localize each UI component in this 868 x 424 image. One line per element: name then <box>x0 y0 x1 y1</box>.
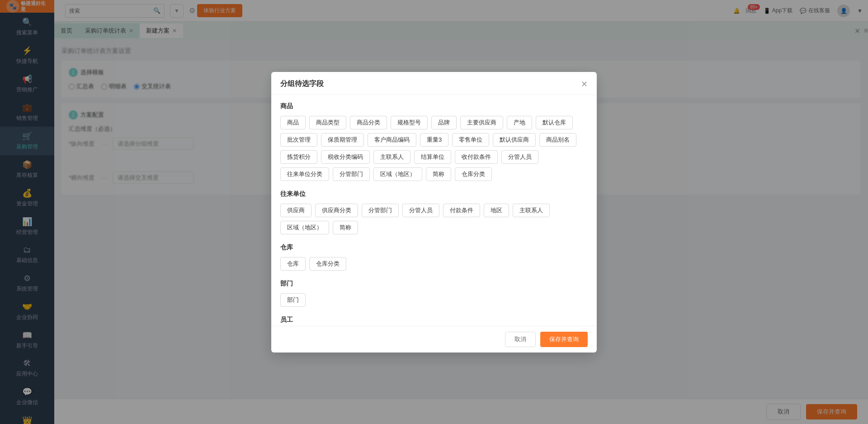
field-tag[interactable]: 区域（地区） <box>280 221 329 234</box>
dept-fields: 部门 <box>280 293 588 307</box>
field-tag[interactable]: 分管人员 <box>501 150 538 164</box>
field-tag[interactable]: 部门 <box>280 293 306 307</box>
field-tag[interactable]: 默认仓库 <box>536 116 573 129</box>
field-tag[interactable]: 供应商分类 <box>315 204 358 217</box>
field-tag[interactable]: 商品类型 <box>309 116 346 129</box>
field-tag[interactable]: 分管部门 <box>333 167 370 181</box>
section-dept-title: 部门 <box>280 280 588 288</box>
field-tag[interactable]: 分管部门 <box>362 204 399 217</box>
section-staff-title: 员工 <box>280 316 588 324</box>
warehouse-fields: 仓库仓库分类 <box>280 257 588 271</box>
field-tag[interactable]: 主联系人 <box>513 204 550 217</box>
partner-fields: 供应商供应商分类分管部门分管人员付款条件地区主联系人区域（地区）简称 <box>280 204 588 234</box>
field-tag[interactable]: 商品别名 <box>539 133 576 147</box>
section-warehouse-title: 仓库 <box>280 243 588 252</box>
dialog-confirm-btn[interactable]: 保存并查询 <box>540 332 588 347</box>
field-tag[interactable]: 主联系人 <box>373 150 410 164</box>
dialog-cancel-btn[interactable]: 取消 <box>505 332 536 347</box>
field-tag[interactable]: 仓库分类 <box>455 167 492 181</box>
section-staff: 员工 业务员 <box>280 316 588 326</box>
field-tag[interactable]: 简称 <box>333 221 358 234</box>
field-select-dialog: 分组待选字段 ✕ 商品 商品商品类型商品分类规格型号品牌主要供应商产地默认仓库批… <box>271 72 597 353</box>
field-tag[interactable]: 结算单位 <box>414 150 451 164</box>
field-tag[interactable]: 重量3 <box>420 133 448 147</box>
field-tag[interactable]: 地区 <box>484 204 509 217</box>
field-tag[interactable]: 仓库分类 <box>309 257 346 271</box>
field-tag[interactable]: 区域（地区） <box>373 167 422 181</box>
dialog-overlay: 分组待选字段 ✕ 商品 商品商品类型商品分类规格型号品牌主要供应商产地默认仓库批… <box>0 0 868 424</box>
dialog-title: 分组待选字段 <box>280 79 324 89</box>
field-tag[interactable]: 税收分类编码 <box>321 150 370 164</box>
field-tag[interactable]: 付款条件 <box>443 204 480 217</box>
section-dept: 部门 部门 <box>280 280 588 307</box>
field-tag[interactable]: 客户商品编码 <box>368 133 416 147</box>
dialog-header: 分组待选字段 ✕ <box>271 72 597 95</box>
field-tag[interactable]: 规格型号 <box>391 116 428 129</box>
field-tag[interactable]: 主要供应商 <box>460 116 503 129</box>
field-tag[interactable]: 零售单位 <box>452 133 489 147</box>
section-product-title: 商品 <box>280 102 588 110</box>
section-partner-title: 往来单位 <box>280 190 588 198</box>
field-tag[interactable]: 供应商 <box>280 204 311 217</box>
field-tag[interactable]: 商品分类 <box>350 116 387 129</box>
field-tag[interactable]: 往来单位分类 <box>280 167 329 181</box>
field-tag[interactable]: 收付款条件 <box>455 150 498 164</box>
product-fields: 商品商品类型商品分类规格型号品牌主要供应商产地默认仓库批次管理保质期管理客户商品… <box>280 116 588 181</box>
field-tag[interactable]: 拣货积分 <box>280 150 317 164</box>
section-product: 商品 商品商品类型商品分类规格型号品牌主要供应商产地默认仓库批次管理保质期管理客… <box>280 102 588 181</box>
field-tag[interactable]: 产地 <box>507 116 532 129</box>
field-tag[interactable]: 批次管理 <box>280 133 317 147</box>
dialog-footer: 取消 保存并查询 <box>271 326 597 353</box>
field-tag[interactable]: 商品 <box>280 116 306 129</box>
section-warehouse: 仓库 仓库仓库分类 <box>280 243 588 271</box>
field-tag[interactable]: 仓库 <box>280 257 306 271</box>
dialog-close-btn[interactable]: ✕ <box>581 79 588 89</box>
field-tag[interactable]: 品牌 <box>431 116 457 129</box>
section-partner: 往来单位 供应商供应商分类分管部门分管人员付款条件地区主联系人区域（地区）简称 <box>280 190 588 234</box>
field-tag[interactable]: 分管人员 <box>402 204 439 217</box>
field-tag[interactable]: 保质期管理 <box>321 133 364 147</box>
field-tag[interactable]: 简称 <box>426 167 451 181</box>
dialog-body: 商品 商品商品类型商品分类规格型号品牌主要供应商产地默认仓库批次管理保质期管理客… <box>271 95 597 326</box>
field-tag[interactable]: 默认供应商 <box>493 133 536 147</box>
